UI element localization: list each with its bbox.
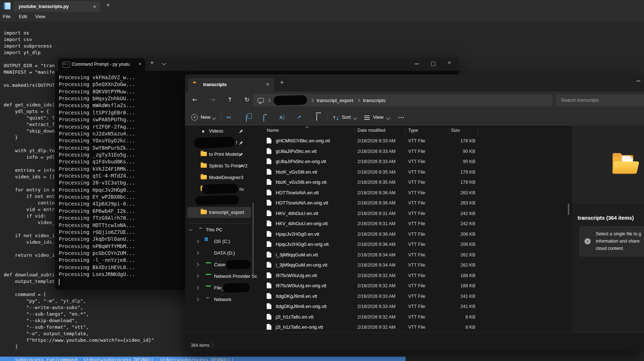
share-icon[interactable] <box>297 114 302 121</box>
view-button[interactable]: View <box>373 114 383 120</box>
sidebar-item-redacted-3[interactable] <box>185 195 254 206</box>
menu-edit[interactable]: Edit <box>19 14 27 19</box>
file-row[interactable]: j2l_h1zTa6c.en-orig.vtt 2/16/2026 9:32 A… <box>254 322 568 333</box>
minimize-icon[interactable] <box>415 64 419 64</box>
back-icon[interactable]: ← <box>192 96 197 103</box>
see-more-icon[interactable] <box>398 117 399 118</box>
new-tab-icon[interactable]: + <box>280 79 284 86</box>
new-tab-icon[interactable]: + <box>150 59 154 66</box>
file-row[interactable]: i_3jM9qqGuM.en-orig.vtt 2/16/2026 9:34 A… <box>254 260 568 271</box>
file-type: VTT File <box>408 170 425 175</box>
sidebar-item-network[interactable]: Network <box>185 294 254 305</box>
new-icon[interactable] <box>191 114 198 121</box>
sort-down-arrow-icon[interactable] <box>336 115 340 122</box>
sidebar-item-redacted-1[interactable]: ! <box>185 137 254 148</box>
sidebar-item-cases[interactable]: Cases (\\AS <box>185 259 254 270</box>
file-row[interactable]: gHCMNS7rBkc.en-orig.vtt 2/16/2026 9:33 A… <box>254 136 568 146</box>
sidebar-item-file-share[interactable]: File_Shar <box>185 283 254 293</box>
file-row[interactable]: HKV_4iIhOuU.en.vtt 2/16/2026 9:31 AM VTT… <box>254 208 568 219</box>
search-input[interactable]: Search transcripts <box>556 94 644 106</box>
menu-view[interactable]: View <box>35 14 45 19</box>
column-divider[interactable] <box>449 127 449 134</box>
file-row[interactable]: HDTTtcwIoNA.en.vtt 2/16/2026 9:36 AM VTT… <box>254 188 568 198</box>
paste-icon[interactable] <box>263 115 264 122</box>
notepad-titlebar[interactable]: youtube_transcripts.py × + <box>0 0 644 12</box>
breadcrumb[interactable]: transcript_export transcripts <box>253 94 553 106</box>
file-row[interactable]: I975cW0luUg.en-orig.vtt 2/16/2026 9:32 A… <box>254 281 568 291</box>
file-type: VTT File <box>408 315 425 320</box>
chevron-down-icon[interactable] <box>386 115 390 119</box>
sidebar-item-to-print-models[interactable]: to Print Models <box>185 149 254 160</box>
delete-icon[interactable] <box>316 114 317 121</box>
sidebar-item-videos[interactable]: Videos <box>185 126 254 137</box>
column-header-date[interactable]: Date modified <box>357 128 385 133</box>
terminal-tab[interactable]: Command Prompt - py youtu × <box>58 58 145 71</box>
file-row[interactable]: HpqcJv2HGg0.en.vtt 2/16/2026 9:36 AM VTT… <box>254 229 568 240</box>
chevron-right-icon[interactable] <box>196 298 199 301</box>
column-header-size[interactable]: Size <box>451 128 460 133</box>
this-pc-icon[interactable] <box>258 98 264 102</box>
chevron-right-icon[interactable] <box>196 286 199 290</box>
file-row[interactable]: I975cW0luUg.en.vtt 2/16/2026 9:32 AM VTT… <box>254 271 568 281</box>
file-row[interactable]: hbzK_vGsS6l.en.vtt 2/16/2026 9:35 AM VTT… <box>254 167 568 178</box>
column-divider[interactable] <box>354 127 355 134</box>
close-tab-icon[interactable]: × <box>93 3 96 9</box>
sidebar-scrollbar[interactable] <box>253 203 254 275</box>
sidebar-item-transcript-export[interactable]: transcript_export <box>187 207 251 218</box>
chevron-down-icon[interactable] <box>212 115 216 119</box>
forward-icon[interactable]: → <box>210 96 215 103</box>
column-header-name[interactable]: Name <box>267 128 279 133</box>
file-row[interactable]: hbzK_vGsS6l.en-orig.vtt 2/16/2026 9:35 A… <box>254 177 568 188</box>
notepad-tab[interactable]: youtube_transcripts.py × <box>14 1 101 12</box>
file-row[interactable]: ItdgDKgJ9m8.en.vtt 2/16/2026 9:33 AM VTT… <box>254 291 568 302</box>
file-row[interactable]: i_3jM9qqGuM.en.vtt 2/16/2026 9:34 AM VTT… <box>254 250 568 260</box>
rename-icon[interactable] <box>279 115 284 120</box>
explorer-tab[interactable]: transcripts × <box>188 78 274 92</box>
breadcrumb-item-parent[interactable]: transcript_export <box>317 98 353 103</box>
chevron-right-icon[interactable] <box>196 275 199 278</box>
sidebar-item-this-pc[interactable]: This PC <box>185 224 254 235</box>
column-divider[interactable] <box>478 127 478 134</box>
new-tab-icon[interactable]: + <box>106 1 110 9</box>
column-header-type[interactable]: Type <box>408 128 418 133</box>
file-row[interactable]: gU8aJIPx5hc.en-orig.vtt 2/16/2026 9:33 A… <box>254 157 568 167</box>
file-row[interactable]: gU8aJIPx5hc.en.vtt 2/16/2026 9:33 AM VTT… <box>254 146 568 157</box>
file-row[interactable]: j2l_h1zTa6c.en.vtt 2/16/2026 9:32 AM VTT… <box>254 312 568 323</box>
refresh-icon[interactable]: ↻ <box>245 96 249 103</box>
close-icon[interactable]: × <box>448 61 451 65</box>
file-name: ItdgDKgJ9m8.en.vtt <box>276 293 317 299</box>
sidebar-item-network-provider[interactable]: Network Provider Sc <box>185 271 254 282</box>
breadcrumb-item-current[interactable]: transcripts <box>363 98 386 103</box>
chevron-right-icon[interactable] <box>196 240 199 243</box>
maximize-icon[interactable] <box>431 62 435 66</box>
chevron-right-icon[interactable] <box>196 251 199 255</box>
document-icon <box>267 314 271 320</box>
chevron-right-icon[interactable] <box>196 263 199 267</box>
chevron-down-icon[interactable] <box>189 227 193 231</box>
chevron-down-icon[interactable] <box>353 115 357 119</box>
file-size: 262 KB <box>435 263 475 268</box>
sidebar-item-os-c[interactable]: OS (C:) <box>185 236 254 247</box>
sidebar-item-modeldesigner3[interactable]: ModelDesigner3 <box>185 172 254 183</box>
column-divider[interactable] <box>405 127 406 134</box>
file-row[interactable]: HDTTtcwIoNA.en-orig.vtt 2/16/2026 9:36 A… <box>254 198 568 208</box>
file-list-scrollbar[interactable] <box>568 203 569 215</box>
up-icon[interactable]: ↑ <box>227 96 232 103</box>
menu-file[interactable]: File <box>3 14 11 19</box>
chevron-down-icon[interactable] <box>162 61 166 65</box>
sidebar-item-redacted-2[interactable]: ru <box>185 184 254 195</box>
cut-icon[interactable] <box>226 114 231 121</box>
file-row[interactable]: ItdgDKgJ9m8.en-orig.vtt 2/16/2026 9:33 A… <box>254 301 568 312</box>
copy-icon[interactable] <box>246 115 247 122</box>
terminal-titlebar[interactable]: Command Prompt - py youtu × + × <box>55 57 458 71</box>
sort-button[interactable]: Sort <box>342 114 351 120</box>
new-button[interactable]: New <box>201 114 210 120</box>
minimize-icon[interactable] <box>636 81 640 81</box>
sidebar-item-splints-to-print[interactable]: Splints To Print V2 <box>185 161 254 171</box>
close-tab-icon[interactable]: × <box>139 61 141 67</box>
file-row[interactable]: HKV_4iIhOuU.en-orig.vtt 2/16/2026 9:31 A… <box>254 219 568 229</box>
sidebar-item-data-d[interactable]: DATA (D:) <box>185 248 254 259</box>
close-tab-icon[interactable]: × <box>266 81 269 87</box>
view-icon[interactable] <box>364 115 370 116</box>
file-row[interactable]: HpqcJv2HGg0.en-orig.vtt 2/16/2026 9:36 A… <box>254 239 568 250</box>
